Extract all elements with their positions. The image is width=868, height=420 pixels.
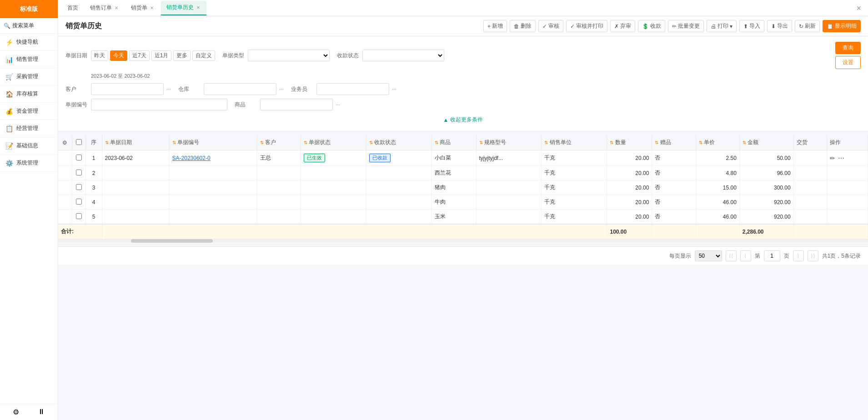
row-checkbox[interactable] — [76, 199, 82, 205]
col-qty[interactable]: ⇅ 数量 — [607, 135, 652, 150]
tab-sales-delivery-close[interactable]: ✕ — [149, 5, 155, 11]
date-btn-custom[interactable]: 自定义 — [192, 50, 215, 61]
sidebar-item-purchase-mgmt[interactable]: 🛒 采购管理 — [0, 68, 58, 85]
import-button[interactable]: ⬆ 导入 — [739, 20, 764, 32]
col-date[interactable]: ⇅ 单据日期 — [102, 135, 169, 150]
row-amount: 96.00 — [739, 166, 793, 180]
customer-input[interactable] — [91, 83, 164, 95]
salesperson-input[interactable] — [316, 83, 389, 95]
scrollbar-thumb[interactable] — [131, 239, 213, 243]
row-num: 5 — [85, 210, 102, 225]
collapse-button[interactable]: ▲ 收起更多条件 — [442, 114, 485, 125]
print-label: 打印 — [717, 22, 728, 30]
toolbar: + 新增 🗑 删除 ✓ 审核 ✓ 审核并打印 ✗ 弃审 — [483, 20, 861, 32]
scrollbar-track[interactable] — [58, 239, 868, 243]
warehouse-dots[interactable]: ··· — [279, 86, 284, 92]
date-btn-more[interactable]: 更多 — [173, 50, 191, 61]
col-sales-unit[interactable]: ⇅ 销售单位 — [542, 135, 607, 150]
delete-button[interactable]: 🗑 删除 — [510, 20, 536, 32]
tab-sales-order[interactable]: 销售订单 ✕ — [85, 1, 125, 15]
tab-sales-delivery[interactable]: 销货单 ✕ — [125, 1, 160, 15]
refresh-button[interactable]: ↻ 刷新 — [795, 20, 820, 32]
row-check[interactable] — [72, 166, 85, 180]
sidebar-item-sys-mgmt[interactable]: ⚙️ 系统管理 — [0, 155, 58, 172]
date-btn-7days[interactable]: 近7天 — [129, 50, 150, 61]
show-detail-button[interactable]: 📋 显示明细 — [823, 20, 861, 32]
tab-home[interactable]: 首页 — [62, 1, 84, 15]
edit-icon[interactable]: ✏ — [830, 155, 835, 162]
goods-input[interactable] — [260, 99, 333, 110]
warehouse-input[interactable] — [204, 83, 276, 95]
col-amount[interactable]: ⇅ 金额 — [739, 135, 793, 150]
prev-page-button[interactable]: ⟨ — [740, 250, 751, 261]
date-btn-today[interactable]: 今天 — [110, 50, 127, 61]
row-checkbox[interactable] — [76, 213, 82, 219]
doc-number-input[interactable] — [91, 99, 227, 110]
col-customer[interactable]: ⇅ 客户 — [257, 135, 301, 150]
col-doc-no[interactable]: ⇅ 单据编号 — [169, 135, 257, 150]
finance-icon: 💰 — [5, 108, 13, 115]
row-check[interactable] — [72, 210, 85, 225]
row-checkbox[interactable] — [76, 155, 82, 160]
print-button[interactable]: 🖨 打印 ▾ — [707, 20, 737, 32]
pay-status-select[interactable] — [362, 50, 444, 61]
sidebar-item-base-info[interactable]: 📝 基础信息 — [0, 137, 58, 155]
page-number-input[interactable] — [764, 250, 780, 261]
close-all-tabs[interactable]: ✕ — [853, 5, 864, 12]
review-button[interactable]: ✓ 审核 — [538, 20, 563, 32]
next-page-button[interactable]: ⟩ — [793, 250, 804, 261]
sort-icon: ⇅ — [699, 140, 702, 145]
row-gift: 否 — [652, 210, 696, 225]
first-page-button[interactable]: ⟨⟨ — [726, 250, 737, 261]
tab-sales-history-close[interactable]: ✕ — [196, 5, 201, 10]
date-btn-1month[interactable]: 近1月 — [151, 50, 172, 61]
col-spec[interactable]: ⇅ 规格型号 — [476, 135, 542, 150]
col-unit-price[interactable]: ⇅ 单价 — [696, 135, 739, 150]
page-header: 销货单历史 + 新增 🗑 删除 ✓ 审核 ✓ 审核并打印 — [58, 16, 868, 36]
row-check[interactable] — [72, 150, 85, 166]
sidebar-item-operation[interactable]: 📋 经营管理 — [0, 120, 58, 137]
export-button[interactable]: ⬇ 导出 — [767, 20, 792, 32]
settings-icon[interactable]: ⚙ — [13, 408, 19, 416]
more-icon[interactable]: ⋯ — [838, 155, 844, 162]
row-check[interactable] — [72, 180, 85, 195]
query-button[interactable]: 查询 — [835, 42, 861, 54]
row-check[interactable] — [72, 195, 85, 210]
col-gear[interactable]: ⚙ — [58, 135, 72, 150]
row-checkbox[interactable] — [76, 184, 82, 190]
last-page-button[interactable]: ⟩⟩ — [808, 250, 818, 261]
sidebar-search[interactable]: 🔍 搜索菜单 — [0, 18, 58, 34]
col-doc-status[interactable]: ⇅ 单据状态 — [301, 135, 366, 150]
review-print-button[interactable]: ✓ 审核并打印 — [566, 20, 607, 32]
row-gift: 否 — [652, 195, 696, 210]
col-pay-status[interactable]: ⇅ 收款状态 — [366, 135, 431, 150]
pause-icon[interactable]: ⏸ — [38, 408, 45, 416]
col-gift[interactable]: ⇅ 赠品 — [652, 135, 696, 150]
row-checkbox[interactable] — [76, 170, 82, 175]
date-btn-yesterday[interactable]: 昨天 — [91, 50, 108, 61]
page-size-select[interactable]: 50 10 20 100 — [695, 250, 722, 261]
salesperson-dots[interactable]: ··· — [392, 86, 396, 92]
row-goods: 西兰花 — [431, 166, 476, 180]
set-button[interactable]: 设置 — [835, 56, 861, 69]
sort-icon: ⇅ — [544, 140, 548, 145]
doc-type-select[interactable] — [248, 50, 330, 61]
collect-button[interactable]: 💲 收款 — [638, 20, 665, 32]
customer-dots[interactable]: ··· — [166, 86, 171, 92]
goods-dots[interactable]: ··· — [336, 101, 340, 108]
tab-sales-history[interactable]: 销货单历史 ✕ — [161, 1, 206, 15]
col-goods[interactable]: ⇅ 商品 — [431, 135, 476, 150]
sidebar-item-finance[interactable]: 💰 资金管理 — [0, 103, 58, 120]
doc-no-link[interactable]: SA-20230602-0 — [172, 155, 211, 161]
sidebar-item-sales-mgmt[interactable]: 📊 销售管理 — [0, 51, 58, 68]
abandon-button[interactable]: ✗ 弃审 — [610, 20, 635, 32]
row-doc-status — [301, 166, 366, 180]
sidebar-item-inventory[interactable]: 🏠 库存核算 — [0, 85, 58, 103]
sidebar-item-quick-nav[interactable]: ⚡ 快捷导航 — [0, 34, 58, 51]
select-all-checkbox[interactable] — [76, 139, 82, 145]
review-print-icon: ✓ — [570, 23, 575, 30]
add-button[interactable]: + 新增 — [483, 20, 507, 32]
sys-mgmt-icon: ⚙️ — [5, 160, 13, 167]
batch-change-button[interactable]: ✏ 批量变更 — [668, 20, 704, 32]
tab-sales-order-close[interactable]: ✕ — [114, 5, 119, 11]
